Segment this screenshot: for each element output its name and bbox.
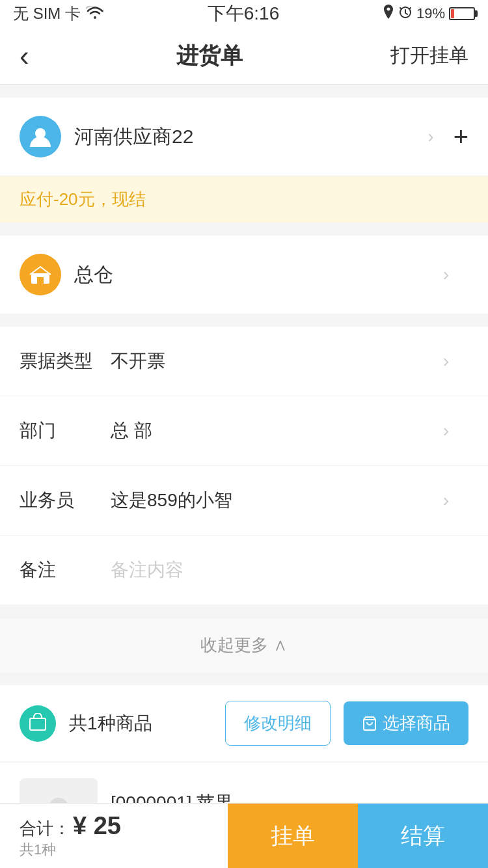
supplier-chevron-icon: › [427, 126, 433, 147]
invoice-chevron-icon: › [443, 351, 449, 372]
item-count: 共1种 [20, 840, 208, 860]
warehouse-icon [20, 254, 61, 295]
dept-row[interactable]: 部门 总 部 › [0, 396, 488, 466]
svg-rect-4 [30, 718, 46, 730]
battery-text: 19% [416, 5, 445, 22]
carrier-text: 无 SIM 卡 [13, 3, 81, 24]
top-divider [0, 85, 488, 98]
dept-value: 总 部 [98, 418, 443, 443]
location-icon [383, 5, 394, 23]
form-section: 票据类型 不开票 › 部门 总 部 › 业务员 这是859的小智 › 备注 备注… [0, 327, 488, 604]
warehouse-section: 总仓 › [0, 236, 488, 314]
svg-rect-3 [37, 277, 44, 284]
product-count-text: 共1种商品 [69, 711, 212, 736]
product-count-icon [20, 705, 56, 742]
cart-icon [362, 716, 377, 731]
remark-input[interactable]: 备注内容 [98, 558, 468, 582]
invoice-value: 不开票 [98, 349, 443, 373]
notice-text: 应付-20元，现结 [20, 189, 146, 209]
collapse-row[interactable]: 收起更多 ∧ [0, 617, 488, 672]
salesperson-chevron-icon: › [443, 490, 449, 511]
add-button[interactable]: + [454, 122, 468, 152]
time-display: 下午6:16 [208, 3, 280, 23]
dept-chevron-icon: › [443, 420, 449, 441]
product-header: 共1种商品 修改明细 选择商品 [0, 685, 488, 761]
back-button[interactable]: ‹ [20, 40, 29, 72]
salesperson-row[interactable]: 业务员 这是859的小智 › [0, 466, 488, 536]
salesperson-label: 业务员 [20, 488, 98, 513]
select-product-label: 选择商品 [383, 712, 450, 735]
battery-icon [449, 7, 475, 20]
bottom-bar: 合计： ¥ 25 共1种 挂单 结算 [0, 803, 488, 868]
hang-button[interactable]: 挂单 [228, 804, 358, 868]
nav-bar: ‹ 进货单 打开挂单 [0, 27, 488, 85]
collapse-label: 收起更多 ∧ [200, 635, 287, 655]
warehouse-row[interactable]: 总仓 › [0, 236, 488, 314]
total-label: 合计： [20, 817, 70, 840]
open-pending-button[interactable]: 打开挂单 [390, 42, 468, 69]
total-amount: ¥ 25 [73, 812, 121, 840]
checkout-button[interactable]: 结算 [358, 804, 488, 868]
invoice-label: 票据类型 [20, 349, 98, 373]
alarm-icon [398, 5, 413, 23]
salesperson-value: 这是859的小智 [98, 488, 443, 513]
supplier-section: 河南供应商22 › + 应付-20元，现结 [0, 98, 488, 223]
modify-detail-button[interactable]: 修改明细 [225, 701, 331, 746]
warehouse-chevron-icon: › [443, 264, 449, 285]
invoice-row[interactable]: 票据类型 不开票 › [0, 327, 488, 396]
supplier-avatar [20, 116, 61, 157]
remark-label: 备注 [20, 558, 98, 582]
total-section: 合计： ¥ 25 共1种 [0, 804, 228, 868]
wifi-icon [86, 5, 104, 23]
notice-bar: 应付-20元，现结 [0, 176, 488, 223]
dept-label: 部门 [20, 418, 98, 443]
supplier-row[interactable]: 河南供应商22 › + [0, 98, 488, 176]
supplier-name: 河南供应商22 [74, 124, 427, 150]
remark-row[interactable]: 备注 备注内容 [0, 536, 488, 604]
select-product-button[interactable]: 选择商品 [344, 701, 468, 745]
page-title: 进货单 [176, 41, 243, 71]
status-bar: 无 SIM 卡 下午6:16 19% [0, 0, 488, 27]
warehouse-name: 总仓 [74, 262, 443, 288]
